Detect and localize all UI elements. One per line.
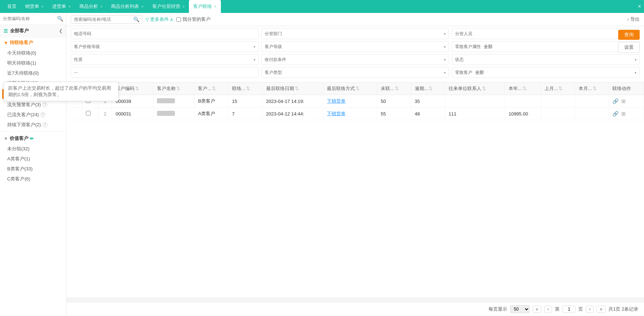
row1-this-month	[575, 95, 609, 108]
col-customer-type-header[interactable]: 客户...⇅	[194, 82, 228, 95]
row2-last-date: 2023-04-12 14:44:	[262, 108, 323, 120]
sidebar-item-class-a[interactable]: A类客户(1)	[0, 154, 66, 164]
sidebar: 🔍 ☰ 全部客户 ❮ ▼ 待联络客户 今天待联络(0) 明天待联络(1) 近7天…	[0, 13, 66, 316]
sidebar-group-value-customers: ▼ 价值客户 ✏	[0, 133, 66, 144]
per-page-label: 每页显示	[488, 306, 507, 312]
row2-grid-icon[interactable]: ⊞	[621, 111, 626, 117]
more-filter-button[interactable]: ▽ 更多条件 ∧	[145, 16, 173, 23]
filter-payment-terms[interactable]: 收付款条件 ▾	[261, 54, 449, 65]
my-customers-checkbox-label[interactable]: 我分管的客户	[176, 16, 210, 23]
filter-customer-level[interactable]: 客户等级 ▾	[261, 41, 449, 52]
filter-status[interactable]: 状态 ▾	[452, 54, 640, 65]
sidebar-search-icon[interactable]: 🔍	[57, 16, 63, 22]
close-purchase-tab[interactable]: ×	[68, 4, 70, 9]
col-contacts-header[interactable]: 联络...⇅	[228, 82, 263, 95]
filter-customer-type[interactable]: 客户类型 ▾	[261, 67, 449, 78]
row2-checkbox[interactable]	[82, 108, 98, 120]
col-last-month-header[interactable]: 上月...⇅	[541, 82, 575, 95]
sort-icon: ⇅	[523, 86, 527, 91]
sidebar-item-class-b[interactable]: B类客户(33)	[0, 164, 66, 174]
close-customer-contact-tab[interactable]: ×	[214, 4, 216, 9]
row1-name-blurred	[157, 98, 175, 103]
export-button[interactable]: ↑ 导出	[627, 16, 640, 23]
sidebar-section-pending: ▼ 待联络客户	[0, 37, 66, 48]
col-unit-contacts-header[interactable]: 往来单位联系人⇅	[445, 82, 505, 95]
nav-item-product-analysis[interactable]: 商品分析 ×	[75, 0, 107, 13]
tooltip-box: 距客户上次交易时长，超过了此客户的平均交易周期的1.5倍，则视为异常。	[66, 82, 119, 101]
nav-item-purchase[interactable]: 进货单 ×	[48, 0, 75, 13]
col-action-header: 联络动作	[609, 82, 644, 95]
row1-last-method[interactable]: 下销货单	[323, 95, 377, 108]
col-uncontacted-header[interactable]: 未联...⇅	[377, 82, 411, 95]
sidebar-item-class-c[interactable]: C类客户(6)	[0, 174, 66, 184]
row2-name-blurred	[157, 111, 175, 116]
filter-price-level[interactable]: 客户价格等级 ▾	[71, 41, 259, 52]
status-dropdown-icon: ▾	[635, 58, 636, 62]
filter-phone: 电话号码	[71, 28, 259, 39]
col-last-contact-method-header[interactable]: 最后联络方式⇅	[323, 82, 377, 95]
nav-item-customer-tier[interactable]: 客户分层经营 ×	[148, 0, 189, 13]
filter-retail-attribute[interactable]: 零散客户属性 全部 ▾	[452, 41, 640, 52]
col-overdue-header[interactable]: 逾期...⇅	[411, 82, 445, 95]
filter-department[interactable]: 分管部门 ▾	[261, 28, 449, 39]
sort-icon: ⇅	[295, 86, 299, 91]
sidebar-item-churned[interactable]: 已流失客户(24) ?	[0, 110, 66, 120]
sidebar-item-declining[interactable]: 持续下滑客户(2) ?	[0, 120, 66, 130]
close-customer-tier-tab[interactable]: ×	[182, 4, 185, 9]
main-search-input[interactable]	[74, 17, 133, 22]
filter-action-buttons: 查询 设置	[618, 30, 640, 53]
filter-section: 电话号码 分管部门 ▾ 分管人员 ··· 客户价格等级	[66, 26, 644, 82]
sidebar-collapse-icon[interactable]: ❮	[59, 28, 62, 33]
filter-gender[interactable]: 性质 ▾	[71, 54, 259, 65]
col-last-contact-date-header[interactable]: 最后联络日期⇅	[262, 82, 323, 95]
sidebar-item-7days[interactable]: 近7天待联络(0)	[0, 68, 66, 78]
close-sales-tab[interactable]: ×	[41, 4, 43, 9]
col-customer-name-header[interactable]: 客户名称⇅	[153, 82, 194, 95]
sidebar-item-unclassified[interactable]: 未分组(32)	[0, 144, 66, 154]
last-page-button[interactable]: »	[597, 306, 606, 313]
customer-level-dropdown-icon: ▾	[444, 45, 446, 49]
row1-grid-icon[interactable]: ⊞	[621, 98, 626, 104]
horizontal-scrollbar[interactable]	[66, 298, 644, 302]
nav-item-sales[interactable]: 销货单 ×	[21, 0, 48, 13]
sidebar-item-churn-warning[interactable]: 流失预警客户(3) ?	[0, 100, 66, 110]
query-button[interactable]: 查询	[618, 30, 640, 40]
filter-dots[interactable]: ···	[71, 67, 259, 78]
sidebar-item-tomorrow[interactable]: 明天待联络(1)	[0, 58, 66, 68]
col-this-year-header[interactable]: 本年...⇅	[505, 82, 541, 95]
col-this-month-header[interactable]: 本月...⇅	[575, 82, 609, 95]
nav-item-customer-contact[interactable]: 客户联络 ×	[189, 0, 221, 13]
sidebar-item-today[interactable]: 今天待联络(0)	[0, 48, 66, 58]
close-all-button[interactable]: ×	[638, 3, 641, 10]
next-page-button[interactable]: ›	[586, 306, 594, 313]
my-customers-checkbox[interactable]	[176, 17, 181, 22]
row2-last-method[interactable]: 下销货单	[323, 108, 377, 120]
row2-action: 🔗 ⊞	[609, 108, 644, 120]
filter-manager[interactable]: 分管人员 ···	[452, 28, 640, 39]
first-page-button[interactable]: «	[533, 306, 542, 313]
sort-icon: ⇅	[356, 86, 360, 91]
settings-button[interactable]: 设置	[618, 42, 640, 53]
row1-link-icon[interactable]: 🔗	[612, 98, 618, 104]
sidebar-search-input[interactable]	[3, 16, 57, 21]
page-label: 第	[555, 306, 560, 312]
row2-select[interactable]	[86, 111, 91, 115]
nav-item-home[interactable]: 首页	[3, 0, 21, 13]
prev-page-button[interactable]: ‹	[544, 306, 552, 313]
filter-retail-customer[interactable]: 零散客户 全部 ▾	[452, 67, 640, 78]
per-page-select[interactable]: 50 100 200	[510, 305, 530, 313]
top-navigation: 首页 销货单 × 进货单 × 商品分析 × 商品分析列表 × 客户分层经营 × …	[0, 0, 644, 13]
page-number-input[interactable]	[562, 306, 575, 313]
customer-table: ⚙ 客户编码⇅ 客户名称⇅ 客户...⇅ 联络...⇅ 最后联络日期⇅ 最后联络…	[66, 82, 644, 120]
data-table-container: ⚙ 客户编码⇅ 客户名称⇅ 客户...⇅ 联络...⇅ 最后联络日期⇅ 最后联络…	[66, 82, 644, 298]
main-search-icon[interactable]: 🔍	[133, 16, 139, 22]
sort-icon: ⇅	[246, 86, 250, 91]
row2-link-icon[interactable]: 🔗	[612, 111, 618, 117]
export-icon: ↑	[627, 17, 630, 22]
row2-unit-contacts: 111	[445, 108, 505, 120]
edit-value-group-icon[interactable]: ✏	[30, 136, 34, 141]
nav-item-product-list[interactable]: 商品分析列表 ×	[107, 0, 148, 13]
close-product-list-tab[interactable]: ×	[141, 4, 143, 9]
sort-icon: ⇅	[176, 86, 180, 91]
close-product-analysis-tab[interactable]: ×	[100, 4, 102, 9]
